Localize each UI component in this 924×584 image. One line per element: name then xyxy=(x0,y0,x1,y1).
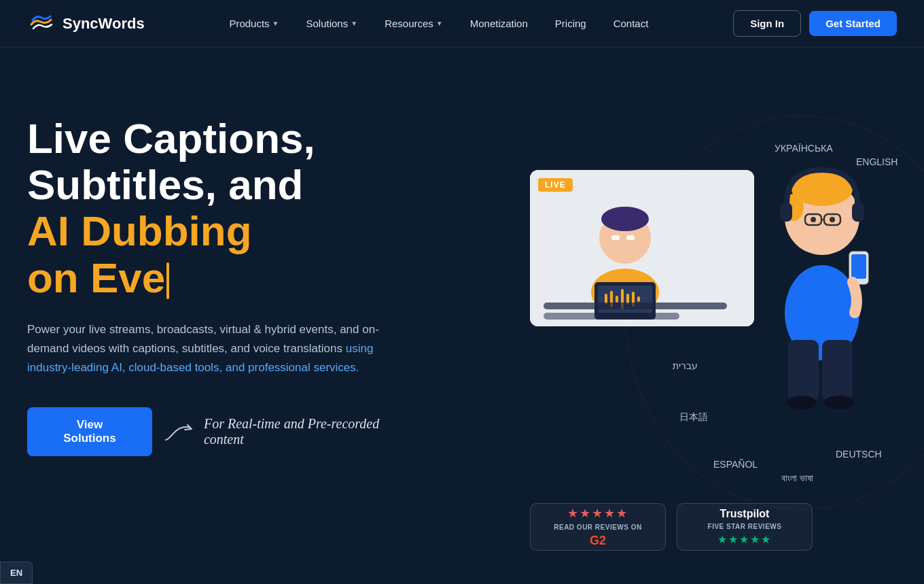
trustpilot-subtitle: FIVE STAR REVIEWS xyxy=(708,523,782,530)
svg-point-21 xyxy=(787,396,817,409)
hero-visual: УКРАЇНСЬКА ENGLISH اللغة العربية FRANÇAI… xyxy=(489,88,924,564)
language-selector[interactable]: EN xyxy=(0,562,33,584)
live-video-card: LIVE xyxy=(530,170,754,326)
g2-logo: G2 xyxy=(590,534,606,548)
hero-heading: Live Captions, Subtitles, and AI Dubbing… xyxy=(27,116,421,301)
logo-text: SyncWords xyxy=(63,15,145,33)
character-illustration xyxy=(734,88,910,415)
resources-arrow-icon: ▼ xyxy=(436,20,443,27)
cta-annotation: For Real-time and Pre-recorded content xyxy=(164,416,421,447)
lang-bengali: বাংলা ভাষা xyxy=(781,473,813,484)
svg-rect-32 xyxy=(852,203,864,222)
svg-point-4 xyxy=(601,207,649,231)
lang-hebrew: עברית xyxy=(673,360,698,371)
products-arrow-icon: ▼ xyxy=(272,20,279,27)
svg-point-22 xyxy=(824,396,854,409)
svg-rect-31 xyxy=(780,203,792,222)
svg-rect-11 xyxy=(616,296,618,303)
sign-in-button[interactable]: Sign In xyxy=(733,10,801,37)
nav-pricing[interactable]: Pricing xyxy=(544,12,597,35)
svg-rect-34 xyxy=(851,254,866,279)
trustpilot-stars: ★★★★★ xyxy=(717,533,772,546)
svg-rect-17 xyxy=(544,313,679,320)
nav-resources[interactable]: Resources ▼ xyxy=(374,12,454,35)
hero-section: Live Captions, Subtitles, and AI Dubbing… xyxy=(0,48,924,584)
navbar: SyncWords Products ▼ Solutions ▼ Resourc… xyxy=(0,0,924,48)
live-badge: LIVE xyxy=(538,178,573,192)
cta-note-text: For Real-time and Pre-recorded content xyxy=(204,416,421,447)
g2-review-text: READ OUR REVIEWS ON xyxy=(554,523,642,531)
trustpilot-label: Trustpilot xyxy=(720,508,770,520)
g2-stars: ★★★★★ xyxy=(567,506,628,521)
trustpilot-badge[interactable]: Trustpilot FIVE STAR REVIEWS ★★★★★ xyxy=(677,503,813,551)
nav-links: Products ▼ Solutions ▼ Resources ▼ Monet… xyxy=(218,12,659,35)
get-started-button[interactable]: Get Started xyxy=(809,11,897,36)
svg-point-30 xyxy=(830,217,835,222)
hero-description: Power your live streams, broadcasts, vir… xyxy=(27,320,394,377)
review-badges: ★★★★★ READ OUR REVIEWS ON G2 Trustpilot … xyxy=(530,503,813,551)
solutions-arrow-icon: ▼ xyxy=(351,20,357,27)
lang-german: DEUTSCH xyxy=(836,449,882,460)
arrow-icon xyxy=(164,421,197,443)
svg-rect-5 xyxy=(611,235,620,240)
hero-left-content: Live Captions, Subtitles, and AI Dubbing… xyxy=(27,88,421,456)
view-solutions-button[interactable]: View Solutions xyxy=(27,407,152,456)
svg-rect-20 xyxy=(822,340,853,401)
svg-point-29 xyxy=(811,217,816,222)
nav-contact[interactable]: Contact xyxy=(603,12,660,35)
lang-japanese: 日本語 xyxy=(679,411,708,424)
logo-link[interactable]: SyncWords xyxy=(27,10,145,38)
lang-spanish: ESPAÑOL xyxy=(713,459,758,470)
g2-badge[interactable]: ★★★★★ READ OUR REVIEWS ON G2 xyxy=(530,503,666,551)
nav-products[interactable]: Products ▼ xyxy=(218,12,289,35)
cursor-blink xyxy=(166,262,169,299)
hero-cta-row: View Solutions For Real-time and Pre-rec… xyxy=(27,407,421,456)
nav-solutions[interactable]: Solutions ▼ xyxy=(296,12,369,35)
svg-rect-15 xyxy=(637,296,640,302)
nav-actions: Sign In Get Started xyxy=(733,10,897,37)
svg-rect-6 xyxy=(626,235,635,240)
svg-rect-19 xyxy=(788,340,819,401)
nav-monetization[interactable]: Monetization xyxy=(459,12,539,35)
svg-rect-16 xyxy=(544,303,727,309)
